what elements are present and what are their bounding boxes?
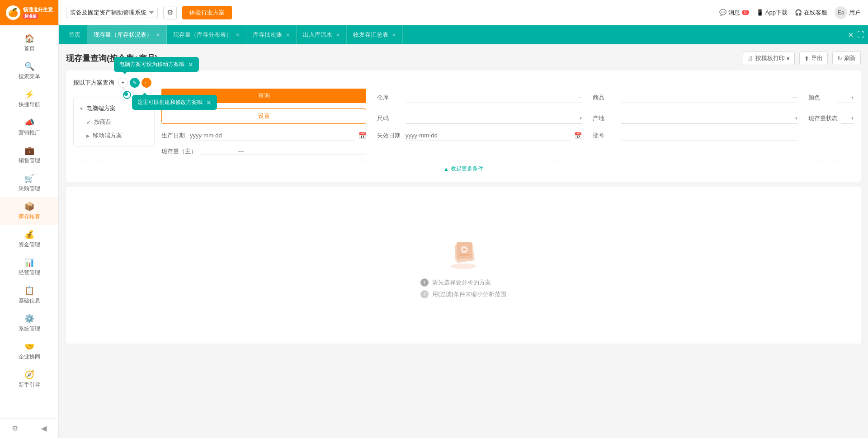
sidebar-item-sales[interactable]: 💼 销售管理: [0, 141, 58, 169]
top-nav-right: 💬 消息 6 📱 App下载 🎧 在线客服 Ea 用户: [719, 6, 861, 19]
exp-date-input[interactable]: [406, 130, 571, 141]
mfg-date-input[interactable]: [190, 130, 355, 141]
collapse-arrow-icon: ▼: [79, 106, 84, 111]
filter-row-size: 尺码 ▾: [377, 113, 582, 124]
purchase-icon: 🛒: [24, 174, 34, 184]
home-icon: 🏠: [24, 33, 34, 43]
scheme-check-icon: ✓: [86, 119, 91, 126]
sales-icon: 💼: [24, 146, 34, 155]
filter-row-mfg-date: 生产日期 📅: [161, 130, 366, 141]
finance-icon: 💰: [24, 230, 34, 240]
tab-close-inout-flow[interactable]: ✕: [336, 32, 340, 38]
system-select[interactable]: 装备及固定资产辅助管理系统: [66, 7, 158, 18]
collapse-sidebar-button[interactable]: ◀: [41, 424, 47, 433]
mfg-date-calendar-icon[interactable]: 📅: [359, 132, 366, 139]
operation-icon: 📊: [24, 258, 34, 268]
tab-batch-ledger[interactable]: 库存批次账 ✕: [246, 25, 297, 44]
user-info[interactable]: Ea 用户: [835, 6, 861, 19]
warehouse-select-wrapper: ⋯: [406, 92, 582, 103]
sidebar-item-home[interactable]: 🏠 首页: [0, 29, 58, 57]
back-scheme-button[interactable]: ←: [142, 78, 151, 88]
sidebar-item-marketing[interactable]: 📣 营销推广: [0, 113, 58, 141]
system-icon: ⚙️: [24, 314, 34, 324]
export-icon: ⬆: [804, 55, 809, 62]
tip-num-2: 2: [420, 290, 429, 298]
tab-collection-summary[interactable]: 收发存汇总表 ✕: [347, 25, 403, 44]
tooltip2-close-button[interactable]: ✕: [206, 99, 212, 106]
sidebar-item-system[interactable]: ⚙️ 系统管理: [0, 309, 58, 337]
tab-inventory-dist[interactable]: 现存量（库存分布表） ✕: [167, 25, 246, 44]
filter-row-warehouse: 仓库 ⋯: [377, 92, 582, 103]
refresh-icon: ↻: [837, 55, 842, 62]
settings-button[interactable]: ⚙: [12, 424, 18, 433]
filter-grid: 仓库 ⋯ 商品: [161, 89, 854, 124]
origin-select[interactable]: [621, 113, 797, 123]
color-select[interactable]: [837, 92, 854, 103]
settings-icon-button[interactable]: ⚙: [163, 6, 177, 19]
sidebar-item-quick-nav[interactable]: ⚡ 快捷导航: [0, 85, 58, 113]
app-download-button[interactable]: 📱 App下载: [756, 9, 788, 17]
batch-no-input[interactable]: [621, 130, 797, 141]
tab-fullscreen-button[interactable]: ⛶: [857, 31, 864, 39]
size-select-wrapper: ▾: [406, 113, 582, 124]
sidebar-item-search[interactable]: 🔍 搜索菜单: [0, 57, 58, 85]
support-icon: 🎧: [795, 9, 802, 16]
collapse-up-icon: ▲: [443, 166, 449, 172]
tooltip-scheme-edit: 这里可以创建和修改方案哦 ✕: [132, 95, 217, 110]
filter-header: 按以下方案查询 + ✎ ← 电脑方案可设为移动方案哦 ✕ 这里可以创建和修改方案…: [73, 78, 854, 88]
tab-inventory-status[interactable]: 现存量（库存状况表） ✕: [87, 25, 167, 44]
refresh-button[interactable]: ↻ 刷新: [832, 52, 861, 65]
sidebar-item-inventory[interactable]: 📦 库存核算: [0, 197, 58, 225]
stock-status-select[interactable]: [841, 113, 854, 123]
mobile-scheme-group[interactable]: ▶ 移动端方案: [74, 129, 154, 142]
export-button[interactable]: ⬆ 导出: [799, 52, 828, 65]
stock-main-from-input[interactable]: [200, 148, 236, 155]
exp-date-calendar-icon[interactable]: 📅: [574, 132, 582, 139]
filter-row-stock-main: 现存量（主） —: [161, 147, 366, 155]
goods-label: 商品: [593, 94, 618, 102]
tab-home[interactable]: 首页: [62, 25, 87, 44]
empty-tip-2: 2 用[过滤]条件来缩小分析范围: [420, 290, 506, 298]
reset-button[interactable]: 设置: [161, 108, 366, 124]
sidebar-item-guide[interactable]: 🧭 新手引导: [0, 365, 58, 393]
online-support-button[interactable]: 🎧 在线客服: [795, 9, 827, 17]
sidebar-item-enterprise[interactable]: 🤝 企业协同: [0, 337, 58, 365]
tab-close-inventory-status[interactable]: ✕: [156, 32, 160, 38]
color-select-wrapper: ▾: [837, 92, 854, 103]
print-icon: 🖨: [748, 55, 754, 62]
sidebar-item-purchase[interactable]: 🛒 采购管理: [0, 169, 58, 197]
tooltip1-close-button[interactable]: ✕: [188, 61, 193, 68]
collapse-more-button[interactable]: ▲ 收起更多条件: [73, 161, 854, 174]
tab-inout-flow[interactable]: 出入库流水 ✕: [297, 25, 347, 44]
tab-close-batch-ledger[interactable]: ✕: [286, 32, 290, 38]
goods-select[interactable]: [621, 92, 797, 103]
add-scheme-button[interactable]: +: [118, 78, 128, 88]
tab-bar: 首页 现存量（库存状况表） ✕ 现存量（库存分布表） ✕ 库存批次账 ✕ 出入库…: [59, 25, 868, 44]
message-button[interactable]: 💬 消息 6: [719, 9, 749, 17]
filter-grid-row3: 生产日期 📅 失效日期 📅 批号: [161, 130, 854, 155]
tab-close-inventory-dist[interactable]: ✕: [236, 32, 240, 38]
mfg-date-label: 生产日期: [161, 132, 186, 140]
scheme-item-goods[interactable]: ✓ 按商品: [74, 115, 154, 129]
tab-close-collection-summary[interactable]: ✕: [392, 32, 396, 38]
sidebar-item-operation[interactable]: 📊 经营管理: [0, 253, 58, 281]
size-select[interactable]: [406, 113, 582, 123]
stock-main-to-input[interactable]: [246, 148, 282, 155]
sidebar-item-basic[interactable]: 📋 基础信息: [0, 281, 58, 309]
edit-scheme-button[interactable]: ✎: [130, 78, 140, 88]
warehouse-label: 仓库: [377, 94, 402, 102]
trial-button[interactable]: 体验行业方案: [182, 6, 232, 19]
origin-select-wrapper: ▾: [621, 113, 797, 124]
template-print-button[interactable]: 🖨 按模板打印 ▾: [743, 52, 795, 65]
empty-state-card: 1 请先选择要分析的方案 2 用[过滤]条件来缩小分析范围: [66, 187, 861, 344]
warehouse-select[interactable]: [406, 92, 582, 103]
stock-main-range: —: [200, 148, 366, 155]
filter-row-stock-status: 现存量状态 ▾: [808, 113, 854, 124]
app-icon: 📱: [756, 9, 764, 16]
basic-icon: 📋: [24, 286, 34, 296]
color-label: 颜色: [808, 94, 833, 102]
sidebar-item-finance[interactable]: 💰 资金管理: [0, 225, 58, 253]
logo-icon: 🍊: [6, 5, 20, 20]
top-nav: 装备及固定资产辅助管理系统 ⚙ 体验行业方案 💬 消息 6 📱 App下载 🎧 …: [59, 0, 868, 25]
tab-close-all-button[interactable]: ✕: [848, 31, 854, 39]
